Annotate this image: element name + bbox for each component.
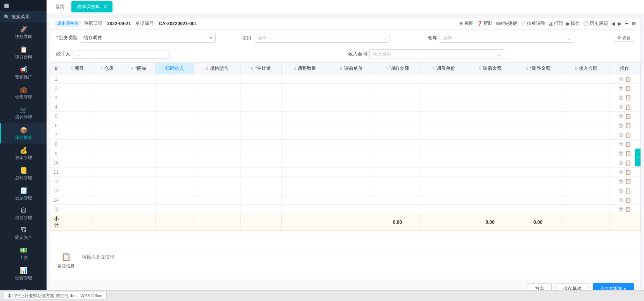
- cell-14-2[interactable]: [92, 195, 122, 205]
- cell-8-6[interactable]: [240, 140, 282, 149]
- batch-adjust-action[interactable]: 📄 按单调整: [520, 20, 545, 27]
- cell-3-9[interactable]: [374, 93, 421, 102]
- cell-9-4[interactable]: [155, 149, 194, 158]
- cell-11-9[interactable]: [374, 168, 421, 177]
- cell-6-2[interactable]: [92, 121, 122, 130]
- cell-14-4[interactable]: [155, 195, 194, 205]
- nav-prev[interactable]: ◀: [611, 21, 615, 26]
- cell-9-6[interactable]: [240, 149, 282, 158]
- sidebar-item-sales-promo[interactable]: 📢营销推广: [0, 63, 47, 83]
- cell-6-9[interactable]: [374, 121, 421, 130]
- cell-10-5[interactable]: [194, 158, 240, 168]
- cell-13-5[interactable]: [194, 186, 240, 195]
- cell-5-9[interactable]: [374, 112, 421, 121]
- delete-icon-1[interactable]: 🗑: [618, 76, 623, 82]
- cell-2-3[interactable]: [122, 84, 155, 93]
- project-input[interactable]: 选择... ...: [254, 33, 390, 43]
- col-settings[interactable]: ⚙: [50, 63, 62, 74]
- cell-11-6[interactable]: [240, 168, 282, 177]
- cell-7-5[interactable]: [194, 130, 240, 140]
- cell-7-13[interactable]: [563, 130, 609, 140]
- delete-icon-2[interactable]: 🗑: [618, 85, 623, 91]
- cell-12-8[interactable]: [328, 177, 374, 186]
- cell-15-6[interactable]: [240, 205, 282, 214]
- cell-2-13[interactable]: [563, 84, 609, 93]
- cell-1-5[interactable]: [194, 74, 240, 84]
- cell-1-13[interactable]: [563, 74, 609, 84]
- cell-11-1[interactable]: [62, 168, 92, 177]
- copy-icon-6[interactable]: 📋: [625, 123, 631, 128]
- delete-icon-15[interactable]: 🗑: [618, 206, 623, 212]
- print-action[interactable]: 🖨 打印: [549, 20, 563, 27]
- copy-icon-13[interactable]: 📋: [625, 188, 631, 194]
- delete-icon-12[interactable]: 🗑: [618, 178, 623, 184]
- cell-4-12[interactable]: [513, 102, 563, 112]
- cell-3-12[interactable]: [513, 93, 563, 102]
- cell-2-7[interactable]: [282, 84, 328, 93]
- cell-13-11[interactable]: [467, 186, 513, 195]
- col-scan[interactable]: 扫码录入: [155, 63, 194, 74]
- cell-13-7[interactable]: [282, 186, 328, 195]
- cell-15-5[interactable]: [194, 205, 240, 214]
- cell-2-1[interactable]: [62, 84, 92, 93]
- copy-icon-3[interactable]: 📋: [625, 95, 631, 100]
- cell-7-12[interactable]: [513, 130, 563, 140]
- cell-15-12[interactable]: [513, 205, 563, 214]
- col-product[interactable]: ⇅ *商品: [122, 63, 155, 74]
- cell-2-4[interactable]: [155, 84, 194, 93]
- cell-14-12[interactable]: [513, 195, 563, 205]
- cell-2-12[interactable]: [513, 84, 563, 93]
- cell-9-1[interactable]: [62, 149, 92, 158]
- cell-10-2[interactable]: [92, 158, 122, 168]
- col-adjust-amount[interactable]: ⇅ *调整金额: [513, 63, 563, 74]
- copy-icon-15[interactable]: 📋: [625, 206, 631, 212]
- cell-9-3[interactable]: [122, 149, 155, 158]
- cell-13-6[interactable]: [240, 186, 282, 195]
- cell-10-13[interactable]: [563, 158, 609, 168]
- cell-4-8[interactable]: [328, 102, 374, 112]
- cell-14-6[interactable]: [240, 195, 282, 205]
- cell-4-13[interactable]: [563, 102, 609, 112]
- cell-12-1[interactable]: [62, 177, 92, 186]
- cell-9-7[interactable]: [282, 149, 328, 158]
- cell-9-5[interactable]: [194, 149, 240, 158]
- cell-8-9[interactable]: [374, 140, 421, 149]
- copy-icon-11[interactable]: 📋: [625, 169, 631, 175]
- cell-12-4[interactable]: [155, 177, 194, 186]
- delete-icon-4[interactable]: 🗑: [618, 104, 623, 110]
- cell-11-10[interactable]: [421, 168, 467, 177]
- cell-5-8[interactable]: [328, 112, 374, 121]
- cell-1-10[interactable]: [421, 74, 467, 84]
- cell-4-6[interactable]: [240, 102, 282, 112]
- sidebar-item-tax-mgmt[interactable]: 🏛税务管理: [0, 204, 47, 224]
- cell-5-12[interactable]: [513, 112, 563, 121]
- cell-8-11[interactable]: [467, 140, 513, 149]
- copy-icon-4[interactable]: 📋: [625, 104, 631, 110]
- delete-icon-6[interactable]: 🗑: [618, 123, 623, 128]
- cell-1-9[interactable]: [374, 74, 421, 84]
- cell-3-4[interactable]: [155, 93, 194, 102]
- cell-15-11[interactable]: [467, 205, 513, 214]
- sidebar-item-quick-nav[interactable]: 🚀快捷导航: [0, 22, 47, 43]
- sidebar-item-payroll[interactable]: 💵工资: [0, 244, 47, 264]
- cell-5-4[interactable]: [155, 112, 194, 121]
- cell-14-10[interactable]: [421, 195, 467, 205]
- col-project[interactable]: ⇅ 项目: [62, 63, 92, 74]
- cell-10-4[interactable]: [155, 158, 194, 168]
- cell-3-1[interactable]: [62, 93, 92, 102]
- cell-8-2[interactable]: [92, 140, 122, 149]
- cell-13-10[interactable]: [421, 186, 467, 195]
- cell-8-13[interactable]: [563, 140, 609, 149]
- cell-7-11[interactable]: [467, 130, 513, 140]
- cell-14-1[interactable]: [62, 195, 92, 205]
- cell-12-5[interactable]: [194, 177, 240, 186]
- sidebar-item-sales-mgmt[interactable]: 💼销售管理: [0, 83, 47, 103]
- cell-4-1[interactable]: [62, 102, 92, 112]
- cell-6-7[interactable]: [282, 121, 328, 130]
- sidebar-item-invoice-mgmt[interactable]: 🧾发票管理: [0, 184, 47, 204]
- cell-4-5[interactable]: [194, 102, 240, 112]
- help-action[interactable]: ❓ 帮助: [477, 20, 493, 27]
- cell-6-8[interactable]: [328, 121, 374, 130]
- cell-3-6[interactable]: [240, 93, 282, 102]
- col-pre-price[interactable]: ⇅ 调前单价: [328, 63, 374, 74]
